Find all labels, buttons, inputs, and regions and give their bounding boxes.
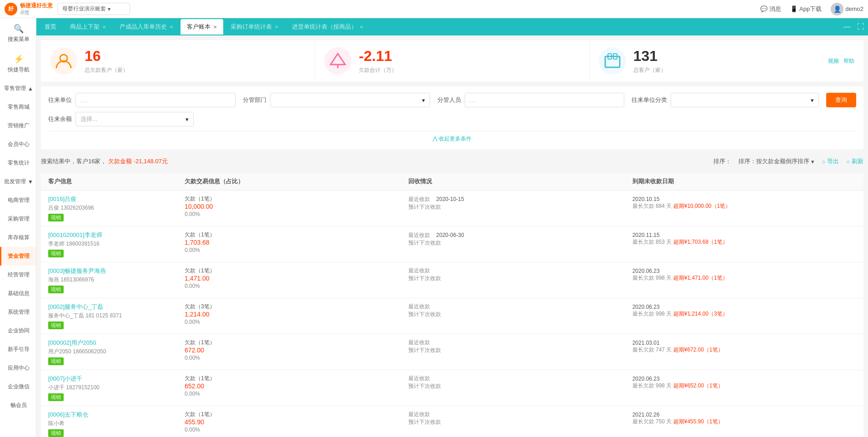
view-video-btn[interactable]: 视频 (828, 57, 839, 65)
sidebar-quick-nav[interactable]: ⚡ 快捷导航 (0, 49, 36, 79)
sidebar-item-retail-stats[interactable]: 零售统计 (0, 154, 36, 172)
refresh-btn[interactable]: ○ 刷新 (846, 157, 863, 166)
supplier-input[interactable]: ... (75, 93, 236, 107)
logo-icon: 好 (5, 3, 17, 15)
customer-name-5[interactable]: [000002]用户2050 (48, 339, 185, 347)
help-btn[interactable]: 帮助 (843, 57, 854, 65)
sort-selector[interactable]: 排序：按欠款金额倒序排序 ▾ (738, 157, 814, 166)
person-input[interactable]: ... (465, 93, 625, 107)
minimize-btn[interactable]: — (842, 21, 853, 33)
table-row: [0003]畅捷服务尹海燕 海燕 18513066976 现销 欠款（1笔） 1… (41, 262, 863, 298)
tab-purchase-order[interactable]: 采购订单统计表 ✕ (224, 19, 285, 35)
tab-customer-account[interactable]: 客户账本 ✕ (181, 19, 223, 35)
total-customers-label: 总客户（家） (633, 66, 666, 74)
guide-label: 新手引导 (8, 346, 30, 353)
export-btn[interactable]: ○ 导出 (822, 157, 839, 166)
user-menu[interactable]: 👤 demo2 (831, 3, 863, 15)
collapse-icon: ⋀ (433, 136, 439, 142)
store-selector[interactable]: 母婴行业演示账套 ▾ (57, 3, 130, 15)
tab-inventory-report[interactable]: 进货单统计表（按商品） ✕ (286, 19, 370, 35)
chevron-down-dept: ▾ (422, 97, 425, 104)
customer-tag-5: 现销 (48, 357, 64, 365)
sidebar-item-member[interactable]: 会员中心 (0, 135, 36, 154)
stat-top-actions: 视频 帮助 (828, 57, 854, 65)
total-customers-icon (599, 47, 626, 75)
sidebar-item-finance[interactable]: 资金管理 (0, 247, 36, 266)
tab-home[interactable]: 首页 (38, 19, 63, 35)
due-date-4: 2020.06.23 最长欠款 998 天 超期¥1,214.00（3笔） (632, 303, 856, 318)
close-tab-customer-account[interactable]: ✕ (213, 25, 217, 30)
due-date-1: 2020.10.15 最长欠款 884 天 超期¥10,000.00（1笔） (632, 195, 856, 210)
chevron-down-sort: ▾ (811, 158, 814, 165)
sidebar-item-batch-mgmt[interactable]: 批发管理 ▼ (0, 172, 36, 191)
sidebar-search[interactable]: 🔍 搜索菜单 (0, 18, 36, 49)
collapse-filters-btn[interactable]: ⋀ 收起更多条件 (48, 131, 856, 143)
close-tab-purchase-order[interactable]: ✕ (275, 25, 278, 30)
customer-contact-2: 李老师 18600391516 (48, 240, 185, 248)
customer-info-2: [0001020001]李老师 李老师 18600391516 现销 (48, 231, 185, 257)
customer-tag-4: 现销 (48, 321, 64, 329)
table-header: 客户信息 欠款交易信息（占比） 回收情况 到期未收款日期 (41, 173, 863, 191)
col-debt: 欠款交易信息（占比） (185, 177, 408, 186)
dept-select[interactable]: ▾ (270, 93, 430, 107)
data-table: 客户信息 欠款交易信息（占比） 回收情况 到期未收款日期 [0016]吕俊 吕俊… (41, 173, 863, 437)
maximize-btn[interactable]: ⛶ (855, 21, 866, 33)
sidebar-item-app-center[interactable]: 应用中心 (0, 359, 36, 377)
filter-area: 往来单位 ... 分管部门 ▾ 分管人员 (41, 86, 863, 149)
tab-production[interactable]: 产成品入库单历史 ✕ (113, 19, 180, 35)
tab-products[interactable]: 商品上下架 ✕ (64, 19, 112, 35)
sidebar-item-ecommerce[interactable]: 电商管理 (0, 191, 36, 210)
debt-customers-count: 16 (85, 48, 128, 65)
sidebar-item-system[interactable]: 系统管理 (0, 303, 36, 321)
customer-name-7[interactable]: [0006]去下粮仓 (48, 411, 185, 419)
sidebar-item-member-plus[interactable]: 畅会员 (0, 396, 36, 415)
content-area: 首页 商品上下架 ✕ 产成品入库单历史 ✕ 客户账本 ✕ 采购订单统计表 ✕ 进… (36, 18, 868, 437)
retail-mgmt-label: 零售管理 (4, 85, 26, 92)
debt-amount-icon (324, 47, 351, 75)
table-row: [0016]吕俊 吕俊 13026203696 现销 欠款（1笔） 10,000… (41, 191, 863, 226)
recovery-1: 最近收款 2020-10-15 预计下次收款 (408, 195, 632, 211)
customer-info-5: [000002]用户2050 用户2050 18665062050 现销 (48, 339, 185, 365)
member-label: 会员中心 (8, 141, 30, 148)
close-tab-inventory-report[interactable]: ✕ (360, 25, 363, 30)
customer-name-4[interactable]: [0002]服务中心_丁磊 (48, 303, 185, 311)
customer-name-3[interactable]: [0003]畅捷服务尹海燕 (48, 267, 185, 275)
app-download-btn[interactable]: 📱 App下载 (790, 5, 822, 13)
sidebar-item-guide[interactable]: 新手引导 (0, 340, 36, 359)
sidebar-item-basic-info[interactable]: 基础信息 (0, 284, 36, 303)
overdue-1[interactable]: 超期¥10,000.00（1笔） (673, 203, 731, 209)
sidebar-item-inventory[interactable]: 库存核算 (0, 228, 36, 247)
sidebar-item-retail-store[interactable]: 零售商城 (0, 98, 36, 116)
debt-amount-info: -2.11 欠款合计（万） (359, 48, 397, 74)
debt-amount-card: -2.11 欠款合计（万） (315, 40, 589, 82)
close-tab-products[interactable]: ✕ (102, 25, 106, 30)
total-customers-count: 131 (633, 48, 666, 65)
customer-name-1[interactable]: [0016]吕俊 (48, 195, 185, 203)
sidebar-item-purchase[interactable]: 采购管理 (0, 210, 36, 228)
sidebar-item-operations[interactable]: 经营管理 (0, 266, 36, 284)
search-button[interactable]: 查询 (826, 93, 856, 107)
finance-label: 资金管理 (8, 252, 30, 260)
customer-name-6[interactable]: [0007]小进千 (48, 375, 185, 383)
store-name: 母婴行业演示账套 (62, 5, 106, 13)
customer-name-2[interactable]: [0001020001]李老师 (48, 231, 185, 239)
stats-row: 16 总欠款客户（家） -2.11 欠款合计（万） (41, 40, 863, 82)
person-filter: 分管人员 ... (437, 93, 625, 107)
sort-label: 排序： (713, 157, 731, 166)
sidebar-item-enterprise[interactable]: 企业协同 (0, 321, 36, 340)
debt-amount-1[interactable]: 10,000.00 (185, 203, 408, 210)
balance-select[interactable]: 选择... ▾ (75, 112, 194, 126)
due-date-3: 2020.06.23 最长欠款 998 天 超期¥1,471.00（1笔） (632, 267, 856, 282)
sidebar-item-wechat[interactable]: 企业微信 (0, 377, 36, 396)
sidebar-item-marketing[interactable]: 营销推广 (0, 116, 36, 135)
sidebar-item-retail-mgmt[interactable]: 零售管理 ▲ (0, 79, 36, 98)
category-select[interactable]: ▾ (671, 93, 819, 107)
svg-marker-1 (331, 54, 345, 65)
debt-info-6: 欠款（1笔） 652.00 0.00% (185, 375, 408, 397)
close-tab-production[interactable]: ✕ (170, 25, 173, 30)
recovery-7: 最近收款 预计下次收款 (408, 411, 632, 426)
app-center-label: 应用中心 (8, 364, 30, 372)
dept-label: 分管部门 (243, 96, 266, 104)
message-btn[interactable]: 💬 消息 (760, 5, 781, 13)
results-summary: 搜索结果中，客户16家， 欠款金额 -21,148.07元 (41, 157, 168, 166)
